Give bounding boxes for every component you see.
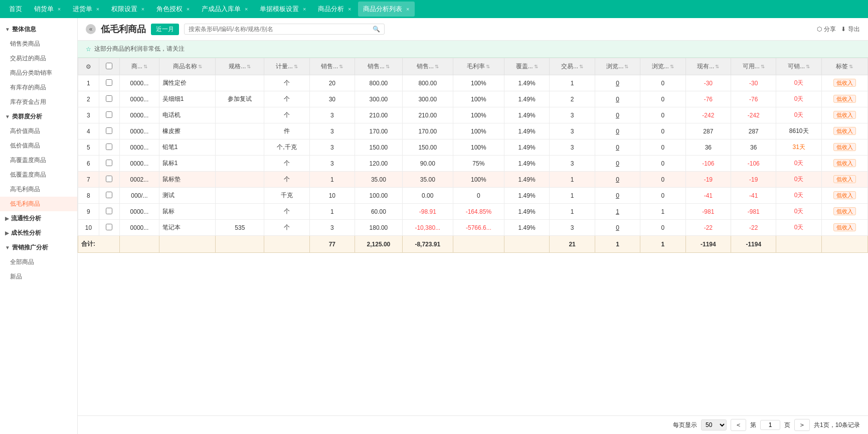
row-checkbox[interactable] <box>99 91 119 107</box>
sidebar-group-liquidity[interactable]: ▶ 流通性分析 <box>0 211 77 226</box>
row-name[interactable]: 铅笔1 <box>159 139 216 156</box>
row-name[interactable]: 测试 <box>159 188 216 204</box>
col-coverage[interactable]: 覆盖...⇅ <box>504 58 549 75</box>
row-checkbox[interactable] <box>99 204 119 220</box>
sidebar-item-high-coverage[interactable]: 高覆盖度商品 <box>0 153 77 168</box>
col-spec[interactable]: 规格...⇅ <box>216 58 264 75</box>
row-checkbox-input[interactable] <box>106 127 112 134</box>
close-icon[interactable]: × <box>245 6 248 12</box>
select-all-checkbox[interactable] <box>106 63 112 69</box>
sidebar-item-all-products[interactable]: 全部商品 <box>0 255 77 269</box>
sidebar-item-high-margin[interactable]: 高毛利商品 <box>0 182 77 197</box>
col-code[interactable]: 商...⇅ <box>120 58 159 75</box>
col-unit[interactable]: 计量...⇅ <box>264 58 309 75</box>
sidebar-item-sales-products[interactable]: 销售类商品 <box>0 37 77 51</box>
col-sellable[interactable]: 可销...⇅ <box>776 58 821 75</box>
nav-permissions[interactable]: 权限设置 × <box>106 2 149 17</box>
filter-recent-month-btn[interactable]: 近一月 <box>151 24 179 35</box>
col-view2[interactable]: 浏览...⇅ <box>640 58 685 75</box>
nav-role-auth[interactable]: 角色授权 × <box>151 2 195 17</box>
row-checkbox-input[interactable] <box>106 160 112 166</box>
row-checkbox-input[interactable] <box>106 192 112 198</box>
nav-purchase-order[interactable]: 进货单 × <box>68 2 104 17</box>
row-name[interactable]: 吴细细1 <box>159 91 216 107</box>
close-icon[interactable]: × <box>96 6 99 12</box>
close-icon[interactable]: × <box>58 6 61 12</box>
prev-page-btn[interactable]: ＜ <box>731 419 746 431</box>
sidebar-item-category-rate[interactable]: 商品分类助销率 <box>0 66 77 80</box>
row-checkbox[interactable] <box>99 188 119 204</box>
col-sales-price[interactable]: 销售...⇅ <box>355 58 403 75</box>
close-icon[interactable]: × <box>187 6 190 12</box>
col-tag[interactable]: 标签⇅ <box>821 58 867 75</box>
sidebar-item-capital-usage[interactable]: 库存资金占用 <box>0 95 77 109</box>
col-checkbox[interactable] <box>99 58 119 75</box>
col-available[interactable]: 可用...⇅ <box>731 58 776 75</box>
row-view1[interactable]: 0 <box>595 75 640 91</box>
nav-template-settings[interactable]: 单据模板设置 × <box>255 2 311 17</box>
sidebar-item-high-value[interactable]: 高价值商品 <box>0 124 77 138</box>
row-checkbox[interactable] <box>99 139 119 156</box>
row-checkbox-input[interactable] <box>106 143 112 150</box>
row-view1[interactable]: 1 <box>595 204 640 220</box>
sidebar-item-low-coverage[interactable]: 低覆盖度商品 <box>0 168 77 182</box>
row-checkbox[interactable] <box>99 123 119 139</box>
next-page-btn[interactable]: ＞ <box>794 419 810 431</box>
col-gross-margin[interactable]: 毛利率⇅ <box>453 58 504 75</box>
row-checkbox-input[interactable] <box>106 79 112 86</box>
search-input[interactable] <box>189 26 373 33</box>
collapse-sidebar-btn[interactable]: « <box>86 24 96 34</box>
col-sales-amount[interactable]: 销售...⇅ <box>402 58 453 75</box>
col-current-stock[interactable]: 现有...⇅ <box>685 58 731 75</box>
close-icon[interactable]: × <box>348 6 351 12</box>
row-name[interactable]: 鼠标 <box>159 204 216 220</box>
sidebar-item-new-products[interactable]: 新品 <box>0 269 77 284</box>
row-view1[interactable]: 0 <box>595 188 640 204</box>
sidebar-item-stock-products[interactable]: 有库存的商品 <box>0 80 77 95</box>
row-checkbox[interactable] <box>99 156 119 172</box>
row-view1[interactable]: 0 <box>595 123 640 139</box>
close-icon[interactable]: × <box>141 6 144 12</box>
row-checkbox[interactable] <box>99 220 119 236</box>
col-transaction[interactable]: 交易...⇅ <box>550 58 595 75</box>
share-btn[interactable]: ⬡ 分享 <box>817 25 836 34</box>
nav-sales-order[interactable]: 销货单 × <box>29 2 66 17</box>
col-view1[interactable]: 浏览...⇅ <box>595 58 640 75</box>
row-name[interactable]: 鼠标1 <box>159 156 216 172</box>
nav-product-analysis-list[interactable]: 商品分析列表 × <box>358 2 414 17</box>
close-icon[interactable]: × <box>406 6 409 12</box>
sidebar-group-marketing[interactable]: ▼ 营销推广分析 <box>0 240 77 255</box>
row-checkbox-input[interactable] <box>106 95 112 102</box>
close-icon[interactable]: × <box>303 6 306 12</box>
row-view1[interactable]: 0 <box>595 172 640 188</box>
row-checkbox-input[interactable] <box>106 111 112 118</box>
row-checkbox[interactable] <box>99 107 119 123</box>
row-checkbox-input[interactable] <box>106 208 112 214</box>
per-page-select[interactable]: 50 100 200 <box>701 419 727 430</box>
sidebar-item-low-value[interactable]: 低价值商品 <box>0 138 77 153</box>
sidebar-item-traded-products[interactable]: 交易过的商品 <box>0 51 77 66</box>
nav-product-analysis[interactable]: 商品分析 × <box>313 2 356 17</box>
export-btn[interactable]: ⬇ 导出 <box>841 25 860 34</box>
row-name[interactable]: 电话机 <box>159 107 216 123</box>
row-checkbox-input[interactable] <box>106 176 112 182</box>
col-sales-qty[interactable]: 销售...⇅ <box>309 58 355 75</box>
sidebar-group-overall[interactable]: ▼ 整体信息 <box>0 22 77 37</box>
row-view1[interactable]: 0 <box>595 91 640 107</box>
row-view1[interactable]: 0 <box>595 139 640 156</box>
row-view1[interactable]: 0 <box>595 107 640 123</box>
sidebar-group-cluster[interactable]: ▼ 类群度分析 <box>0 109 77 124</box>
row-name[interactable]: 属性定价 <box>159 75 216 91</box>
search-icon[interactable]: 🔍 <box>373 26 380 33</box>
sidebar-group-growth[interactable]: ▶ 成长性分析 <box>0 226 77 240</box>
row-checkbox[interactable] <box>99 75 119 91</box>
row-checkbox[interactable] <box>99 172 119 188</box>
row-name[interactable]: 橡皮擦 <box>159 123 216 139</box>
row-name[interactable]: 鼠标垫 <box>159 172 216 188</box>
col-name[interactable]: 商品名称⇅ <box>159 58 216 75</box>
col-settings[interactable]: ⚙ <box>78 58 99 75</box>
nav-product-entry[interactable]: 产成品入库单 × <box>197 2 253 17</box>
row-name[interactable]: 笔记本 <box>159 220 216 236</box>
page-number-input[interactable] <box>760 420 780 430</box>
nav-home[interactable]: 首页 <box>4 2 27 17</box>
